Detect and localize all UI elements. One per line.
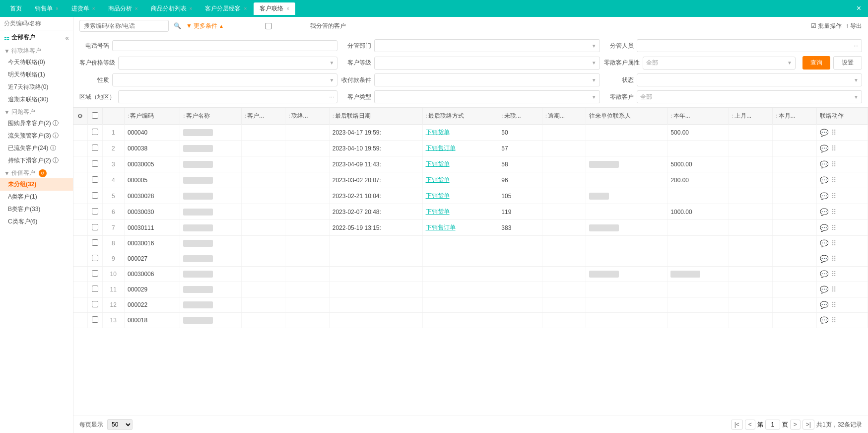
row-checkbox[interactable] (92, 286, 98, 292)
sidebar-item-ungrouped[interactable]: 未分组(32) (0, 178, 73, 191)
sidebar-search-input[interactable] (4, 20, 73, 27)
name-col-header[interactable]: : 客户名称 (180, 108, 241, 125)
row-checkbox[interactable] (92, 176, 98, 183)
sidebar-item-churn-warning[interactable]: 流失预警客户(3) ⓘ (0, 130, 73, 142)
reset-button[interactable]: 设置 (833, 56, 862, 70)
row-checkbox-cell[interactable] (87, 297, 102, 313)
sidebar-item-class-a[interactable]: A类客户(1) (0, 191, 73, 203)
chat-icon[interactable]: 💬 (820, 160, 828, 168)
more-icon[interactable]: ⠿ (831, 129, 836, 137)
product-analysis-tab-close[interactable]: × (135, 6, 138, 11)
sidebar-item-tomorrow-pending[interactable]: 明天待联络(1) (0, 69, 73, 81)
type-col-header[interactable]: : 客户... (241, 108, 285, 125)
sidebar-item-overdue-contact[interactable]: 逾期未联络(30) (0, 93, 73, 106)
query-button[interactable]: 查询 (802, 56, 830, 70)
chat-icon[interactable]: 💬 (820, 286, 828, 293)
sidebar-item-7days-pending[interactable]: 近7天待联络(0) (0, 81, 73, 93)
chat-icon[interactable]: 💬 (820, 144, 828, 152)
window-close-button[interactable]: × (854, 4, 864, 13)
payment-select[interactable]: ▼ (374, 73, 600, 86)
nature-select[interactable]: ▼ (112, 73, 337, 86)
row-checkbox-cell[interactable] (87, 282, 102, 297)
sidebar-item-class-b[interactable]: B类客户(33) (0, 203, 73, 216)
contact-method-link[interactable]: 下销货单 (426, 192, 450, 199)
chat-icon[interactable]: 💬 (820, 316, 828, 324)
sidebar-item-lost-customers[interactable]: 已流失客户(24) ⓘ (0, 142, 73, 154)
all-customers-header[interactable]: ⚏ 全部客户 « (0, 30, 73, 45)
more-icon[interactable]: ⠿ (831, 270, 836, 278)
contact-method-link[interactable]: 下销售订单 (426, 144, 456, 151)
prev-page-btn[interactable]: < (745, 420, 755, 430)
manager-select[interactable]: ··· (637, 39, 862, 52)
phone-input[interactable] (112, 40, 337, 51)
row-checkbox[interactable] (92, 316, 98, 323)
next-page-btn[interactable]: > (790, 420, 801, 430)
product-analysis-list-tab-close[interactable]: × (190, 6, 193, 11)
row-checkbox-cell[interactable] (87, 188, 102, 204)
sidebar-item-hoarding-abnormal[interactable]: 囤购异常客户(2) ⓘ (0, 117, 73, 130)
more-conditions-btn[interactable]: ▼ 更多条件 ▲ (186, 22, 224, 30)
row-checkbox[interactable] (92, 301, 98, 307)
last-page-btn[interactable]: >| (802, 420, 814, 430)
tab-purchase[interactable]: 进货单 × (66, 2, 101, 15)
last-month-col-header[interactable]: : 上月... (729, 108, 773, 125)
select-all-checkbox[interactable] (92, 112, 98, 119)
export-btn[interactable]: ↑ 导出 (846, 22, 862, 30)
code-col-header[interactable]: : 客户编码 (125, 108, 180, 125)
region-select[interactable]: ··· (118, 90, 337, 103)
contact-col-header[interactable]: : 联络... (285, 108, 330, 125)
overdue-col-header[interactable]: : 逾期... (542, 108, 586, 125)
retail-customer-select[interactable]: 全部 ▼ (637, 90, 862, 103)
sidebar-item-class-c[interactable]: C类客户(6) (0, 216, 73, 228)
more-icon[interactable]: ⠿ (831, 316, 836, 324)
no-contact-col-header[interactable]: : 未联... (498, 108, 542, 125)
sidebar-item-today-pending[interactable]: 今天待联络(0) (0, 56, 73, 69)
row-checkbox-cell[interactable] (87, 220, 102, 236)
row-checkbox-cell[interactable] (87, 251, 102, 267)
more-icon[interactable]: ⠿ (831, 192, 836, 200)
chat-icon[interactable]: 💬 (820, 239, 828, 247)
customer-segment-tab-close[interactable]: × (244, 6, 247, 11)
chat-icon[interactable]: 💬 (820, 224, 828, 232)
row-checkbox-cell[interactable] (87, 125, 102, 141)
row-checkbox[interactable] (92, 192, 98, 199)
page-number-input[interactable] (765, 420, 780, 430)
row-checkbox-cell[interactable] (87, 141, 102, 156)
contact-method-link[interactable]: 下销货单 (426, 176, 450, 183)
filter-search-icon[interactable]: 🔍 (174, 22, 181, 29)
tab-customer-segment[interactable]: 客户分层经客 × (199, 2, 253, 15)
more-icon[interactable]: ⠿ (831, 255, 836, 263)
my-customers-checkbox-label[interactable]: 我分管的客户 (229, 22, 346, 30)
row-checkbox-cell[interactable] (87, 236, 102, 251)
more-icon[interactable]: ⠿ (831, 301, 836, 309)
sidebar-item-declining-customers[interactable]: 持续下滑客户(2) ⓘ (0, 154, 73, 167)
tab-customer-contact[interactable]: 客户联络 × (254, 2, 295, 15)
row-checkbox-cell[interactable] (87, 313, 102, 328)
batch-ops-btn[interactable]: ☑ 批量操作 (811, 22, 842, 30)
row-checkbox[interactable] (92, 144, 98, 151)
search-input[interactable] (79, 20, 169, 32)
customer-type-select[interactable]: ▼ (374, 90, 600, 103)
chat-icon[interactable]: 💬 (820, 208, 828, 216)
sidebar-collapse-icon[interactable]: « (65, 34, 69, 42)
more-icon[interactable]: ⠿ (831, 144, 836, 152)
price-level-select[interactable]: ▼ (118, 57, 337, 70)
row-checkbox[interactable] (92, 239, 98, 246)
contact-method-link[interactable]: 下销售订单 (426, 224, 456, 231)
chat-icon[interactable]: 💬 (820, 301, 828, 309)
checkbox-col-header[interactable] (87, 108, 102, 125)
chat-icon[interactable]: 💬 (820, 255, 828, 263)
row-checkbox-cell[interactable] (87, 172, 102, 188)
row-checkbox-cell[interactable] (87, 204, 102, 220)
row-checkbox-cell[interactable] (87, 267, 102, 282)
chat-icon[interactable]: 💬 (820, 270, 828, 278)
page-size-select[interactable]: 50 100 200 (107, 419, 133, 430)
dept-select[interactable]: ▼ (374, 39, 600, 52)
tab-home[interactable]: 首页 (4, 2, 28, 15)
row-checkbox[interactable] (92, 129, 98, 135)
row-checkbox[interactable] (92, 160, 98, 167)
chat-icon[interactable]: 💬 (820, 192, 828, 200)
last-date-col-header[interactable]: : 最后联络日期 (329, 108, 422, 125)
tab-sales[interactable]: 销售单 × (29, 2, 65, 15)
this-month-col-header[interactable]: : 本月... (773, 108, 817, 125)
